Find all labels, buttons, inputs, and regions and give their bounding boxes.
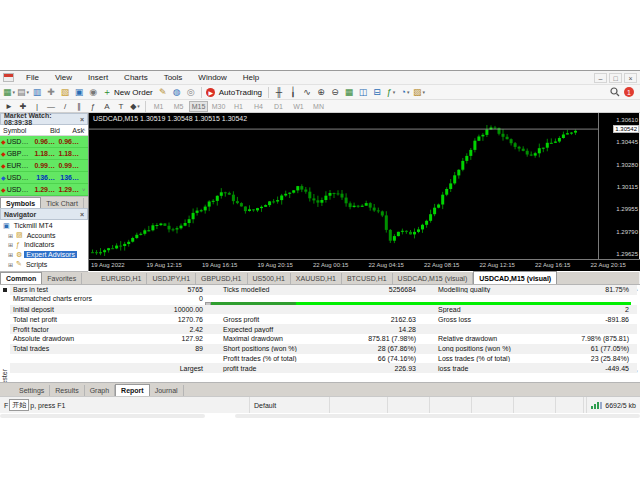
timeframe-button-m30[interactable]: M30 [209, 101, 228, 112]
new-chart-icon[interactable]: ▦▾ [2, 86, 16, 99]
tester-tab-results[interactable]: Results [50, 385, 84, 396]
text-tool-icon[interactable]: A [100, 100, 114, 113]
crosshair-tool-icon[interactable]: ✚ [16, 100, 30, 113]
navigator-root[interactable]: ▣Tickmill MT4 [0, 221, 88, 231]
tester-tab-report[interactable]: Report [115, 384, 150, 396]
terminal-icon[interactable]: ▣ [72, 86, 86, 99]
label-tool-icon[interactable]: T [114, 100, 128, 113]
timeframe-button-mn[interactable]: MN [309, 101, 328, 112]
close-icon[interactable]: × [80, 211, 84, 218]
timeframe-button-h4[interactable]: H4 [249, 101, 268, 112]
profiles-icon[interactable]: ▤▾ [16, 86, 30, 99]
navigator-icon[interactable]: ▧ [58, 86, 72, 99]
ime-indicator: 开始 [9, 399, 29, 411]
fibonacci-tool-icon[interactable]: ƒ [86, 100, 100, 113]
tester-tab-settings[interactable]: Settings [14, 385, 50, 396]
metaeditor-icon[interactable]: ✎ [156, 86, 170, 99]
indicators-icon[interactable]: ƒ▾ [384, 86, 398, 99]
timeframe-button-h1[interactable]: H1 [229, 101, 248, 112]
trendline-tool-icon[interactable]: / [58, 100, 72, 113]
zoom-out-icon[interactable]: ⊖ [328, 86, 342, 99]
expand-icon[interactable]: ⊞ [8, 232, 14, 239]
symbol-row[interactable]: ◆USD…1.29…1.29… [0, 184, 88, 196]
navigator-tab-favorites[interactable]: Favorites [42, 273, 82, 284]
timeframe-button-w1[interactable]: W1 [289, 101, 308, 112]
channel-tool-icon[interactable]: ∥ [72, 100, 86, 113]
report-row: Total net profit1270.76Gross profit2162.… [10, 314, 637, 324]
status-profile-cell[interactable]: Default [250, 397, 330, 413]
navigator-item-accounts[interactable]: ⊞▨Accounts [0, 231, 88, 241]
column-header-bid[interactable]: Bid [36, 127, 60, 134]
navigator-item-indicators[interactable]: ⊞ƒIndicators [0, 240, 88, 250]
tester-tab-graph[interactable]: Graph [85, 385, 115, 396]
navigator-item-expert-advisors[interactable]: ⊞⚙Expert Advisors [0, 250, 88, 260]
menu-item-view[interactable]: View [47, 72, 80, 83]
data-window-icon[interactable]: ✚ [44, 86, 58, 99]
close-button[interactable]: × [624, 73, 637, 83]
vertical-line-tool-icon[interactable]: | [30, 100, 44, 113]
market-watch-icon[interactable]: ▥ [30, 86, 44, 99]
scroll-up-icon[interactable]: ˄ [82, 127, 86, 133]
navigator-tab-common[interactable]: Common [0, 272, 42, 284]
expand-icon[interactable]: ⊞ [8, 251, 14, 258]
menu-item-file[interactable]: File [18, 72, 47, 83]
autotrading-label[interactable]: AutoTrading [219, 88, 262, 97]
expand-icon[interactable]: ⊞ [8, 261, 14, 268]
chart-tab-btcusd-h1[interactable]: BTCUSD,H1 [342, 273, 393, 284]
community-icon[interactable]: ◎ [184, 86, 198, 99]
templates-icon[interactable]: ▨▾ [412, 86, 426, 99]
notification-badge[interactable]: 1 [624, 87, 634, 97]
zoom-in-icon[interactable]: ⊕ [314, 86, 328, 99]
candlestick-chart[interactable] [89, 113, 598, 259]
line-chart-icon[interactable]: ∿ [300, 86, 314, 99]
navigator-item-scripts[interactable]: ⊞✎Scripts [0, 259, 88, 269]
timeframe-button-d1[interactable]: D1 [269, 101, 288, 112]
periods-icon[interactable]: ◔▾ [398, 86, 412, 99]
symbol-row[interactable]: ◆USD…0.96…0.96… [0, 136, 88, 148]
chart-tab-xauusd-h1[interactable]: XAUUSD,H1 [291, 273, 342, 284]
column-header-symbol[interactable]: Symbol [0, 127, 36, 134]
symbol-row[interactable]: ◆EUR…0.99…0.99… [0, 160, 88, 172]
menu-item-insert[interactable]: Insert [80, 72, 116, 83]
chart-tab-usdcad-m15-visual-[interactable]: USDCAD,M15 (visual) [393, 273, 474, 284]
close-icon[interactable]: × [80, 116, 84, 123]
menu-item-help[interactable]: Help [235, 72, 267, 83]
status-help-cell: F 开始 p, press F1 [0, 397, 250, 413]
autotrading-button[interactable]: ▶ [205, 86, 219, 99]
expand-icon[interactable]: ⊞ [8, 241, 14, 248]
search-icon[interactable] [610, 87, 620, 98]
chart-tab-gbpusd-h1[interactable]: GBPUSD,H1 [196, 273, 247, 284]
restore-button[interactable]: □ [609, 73, 622, 83]
chart-tab-us500-h1[interactable]: US500,H1 [248, 273, 291, 284]
symbol-row[interactable]: ◆USD…136…136… [0, 172, 88, 184]
candlestick-chart-icon[interactable]: ╽ [286, 86, 300, 99]
arrange-vertical-icon[interactable]: ◫ [356, 86, 370, 99]
tile-windows-icon[interactable]: ▦ [342, 86, 356, 99]
timeframe-button-m15[interactable]: M15 [189, 101, 208, 112]
menu-item-tools[interactable]: Tools [156, 72, 191, 83]
symbol-row[interactable]: ◆GBP…1.18…1.18… [0, 148, 88, 160]
strategy-tester-icon[interactable]: ◉ [86, 86, 100, 99]
timeframe-button-m5[interactable]: M5 [169, 101, 188, 112]
shapes-tool-icon[interactable]: ◆▾ [128, 100, 142, 113]
timeframe-button-m1[interactable]: M1 [149, 101, 168, 112]
chart-tab-usdcad-m15-visual-[interactable]: USDCAD,M15 (visual) [473, 271, 557, 284]
menu-item-charts[interactable]: Charts [116, 72, 156, 83]
new-order-icon[interactable]: ＋ [100, 86, 114, 99]
chart-title-overlay: USDCAD,M15 1.30519 1.30548 1.30515 1.305… [93, 115, 247, 122]
metaquotes-icon[interactable]: ◍ [170, 86, 184, 99]
bar-chart-icon[interactable]: ╫ [272, 86, 286, 99]
new-order-label[interactable]: New Order [114, 88, 153, 97]
report-value: 5765 [115, 286, 205, 293]
arrange-horizontal-icon[interactable]: ⊟ [370, 86, 384, 99]
tester-tab-journal[interactable]: Journal [150, 385, 184, 396]
cursor-tool-icon[interactable]: ► [2, 100, 16, 113]
chart-tab-eurusd-h1[interactable]: EURUSD,H1 [96, 273, 147, 284]
scroll-down-icon[interactable]: ˅ [82, 187, 86, 193]
chart-window[interactable]: USDCAD,M15 1.30519 1.30548 1.30515 1.305… [88, 113, 639, 271]
column-header-ask[interactable]: Ask [60, 127, 84, 134]
horizontal-line-tool-icon[interactable]: — [44, 100, 58, 113]
menu-item-window[interactable]: Window [190, 72, 234, 83]
minimize-button[interactable]: – [594, 73, 607, 83]
chart-tab-usdjpy-h1[interactable]: USDJPY,H1 [147, 273, 196, 284]
